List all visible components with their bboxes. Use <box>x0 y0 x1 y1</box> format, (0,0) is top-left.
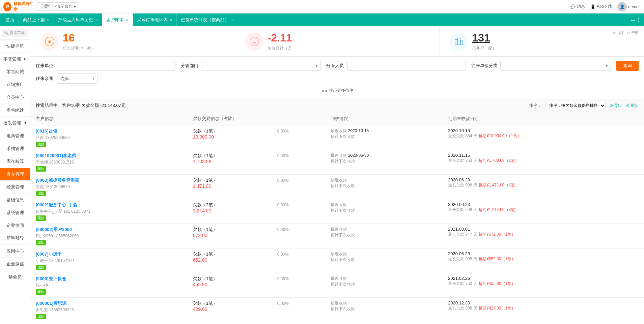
debt-count: 欠款（1笔） <box>193 177 267 183</box>
tab-customer-account[interactable]: 客户账本 ✕ <box>102 13 133 26</box>
next-collection-label: 预计下次收款 <box>331 257 355 262</box>
app-download-button[interactable]: 📱 App下载 <box>590 4 612 9</box>
next-collection-info: 预计下次收款 <box>331 232 437 238</box>
customer-name-link[interactable]: [000001]黄思源 <box>36 300 182 306</box>
debt-amount[interactable]: 1,471.00 <box>193 183 267 189</box>
tab-home-label: 首页 <box>6 17 15 23</box>
overdue-link[interactable]: 超期¥1,214.00（3笔） <box>478 207 519 212</box>
debt-count-cell: 欠款（1笔） 652.00 <box>188 248 272 273</box>
close-icon[interactable]: ✕ <box>126 18 129 22</box>
tab-home[interactable]: 首页 <box>2 13 19 26</box>
maximize-icon[interactable]: ⛶ <box>638 18 642 23</box>
help-button[interactable]: ⊙ 帮助 <box>627 30 639 35</box>
sidebar-item-batch-mgmt[interactable]: 批发管理 ▾ <box>0 117 30 129</box>
customer-name-link[interactable]: [0016]吕俊 <box>36 128 182 134</box>
close-icon[interactable]: ✕ <box>170 18 172 22</box>
sidebar-item-purchase-mgmt[interactable]: 采购管理 <box>0 142 30 155</box>
debt-count: 欠款（1笔） <box>193 227 267 233</box>
filter-row-1: 往来单位 ... 分管部门 ▾ 分管人员 ... <box>36 61 639 71</box>
sidebar-item-retail-stats[interactable]: 零售统计 <box>0 104 30 117</box>
collection-cell: 最近收款 预计下次收款 <box>325 273 443 298</box>
industry-selector[interactable]: 母婴行业演示账套 ▾ <box>37 2 79 11</box>
next-collection-info: 预计下次收款 <box>331 134 437 140</box>
next-collection-info: 预计下次收款 <box>331 208 437 213</box>
overdue-link[interactable]: 超期¥455.90（1笔） <box>478 281 515 286</box>
export-button[interactable]: ⊙ 导出 <box>610 103 622 109</box>
customer-tag: 现款 <box>36 142 46 147</box>
customer-name-link[interactable]: [0003]畅捷服务尹海燕 <box>36 177 182 183</box>
overdue-link[interactable]: 超期¥652.00（1笔） <box>478 257 515 261</box>
table-row: [0006]去下粮仓 陈小帅 现款 欠款（1笔） 455.90 0.00% 最近… <box>30 273 644 298</box>
unit-category-label: 往来单位分类 <box>471 63 498 69</box>
balance-select[interactable]: 选择... ▾ <box>57 73 97 84</box>
tab-production-history[interactable]: 产成品入库单历史 ✕ <box>54 13 102 26</box>
close-icon[interactable]: ✕ <box>231 18 234 22</box>
customer-table: 客户信息 欠款交易信息（占比） 回收情况 到期未收款日期 [0016]吕俊 吕俊… <box>30 112 644 322</box>
sidebar-item-member2[interactable]: 畅会员 <box>0 270 30 283</box>
debt-amount[interactable]: 10,000.00 <box>193 134 267 140</box>
tab-product-status[interactable]: 商品上下架 ✕ <box>19 13 54 26</box>
close-icon[interactable]: ✕ <box>95 18 98 22</box>
sidebar-item-quick-nav[interactable]: 快捷导航 <box>0 40 30 53</box>
debt-count-cell: 欠款（1笔） 429.00 <box>188 298 272 322</box>
collection-cell: 最近收款 预计下次收款 <box>325 175 443 199</box>
customer-name-link[interactable]: [0007]小进千 <box>36 251 182 257</box>
last-collection-label: 最近收款 <box>331 276 347 281</box>
collapse-button[interactable]: ∧∧ 收起更多条件 <box>36 86 639 95</box>
customer-name-link[interactable]: [0002]服务中心_丁磊 <box>36 202 182 208</box>
customer-info-cell: [0001020001]李老师 李老师 18600391516 现款 <box>30 150 188 175</box>
query-button[interactable]: 查询 <box>616 61 639 71</box>
refresh-button[interactable]: ⊙ 刷新 <box>626 103 639 109</box>
close-icon[interactable]: ✕ <box>47 18 50 22</box>
last-collection-date: 2020-10-15 <box>348 128 369 133</box>
video-help-button[interactable]: ⊙ 视频 <box>613 30 624 35</box>
sidebar-item-retail-mgmt[interactable]: 零售管理 ▲ <box>0 53 30 65</box>
debt-amount[interactable]: 652.00 <box>193 257 267 263</box>
debt-amount[interactable]: 455.90 <box>193 282 267 287</box>
sidebar-item-operations[interactable]: 经营管理 <box>0 181 30 194</box>
overdue-link[interactable]: 超期¥1,471.00（1笔） <box>478 183 519 187</box>
sidebar-item-marketing[interactable]: 营销推广 <box>0 78 30 91</box>
overdue-link[interactable]: 超期¥429.00（1笔） <box>478 306 515 311</box>
sidebar-item-retail-store[interactable]: 零售商城 <box>0 65 30 78</box>
search-menu-button[interactable]: 🔍 搜索菜单 <box>2 29 28 37</box>
source-unit-input[interactable]: ... <box>57 61 175 71</box>
next-collection-label: 预计下次收款 <box>331 134 355 139</box>
customer-name-link[interactable]: [000002]用户2050 <box>36 227 182 233</box>
sidebar-item-finance[interactable]: 资金管理 <box>0 168 30 181</box>
sidebar-item-inventory[interactable]: 库存核算 <box>0 155 30 168</box>
debt-amount[interactable]: 1,214.00 <box>193 208 267 213</box>
sidebar-item-ecommerce[interactable]: 电商管理 <box>0 129 30 142</box>
results-actions: 排序： 排序：按欠款金额倒序排序 ⊙ 导出 ⊙ 刷新 <box>529 102 639 109</box>
tab-purchase-stats2[interactable]: 进货单统计表（按商品） ✕ <box>177 13 238 26</box>
sidebar-item-member[interactable]: 会员中心 <box>0 91 30 104</box>
unit-category-input[interactable]: ▾ <box>500 61 611 71</box>
user-avatar-button[interactable]: 👤 demo2 <box>617 2 641 11</box>
minimize-icon[interactable]: — <box>631 18 635 23</box>
sidebar-item-wechat[interactable]: 企业微信 <box>0 258 30 270</box>
overdue-link[interactable]: 超期¥1,703.68（1笔） <box>478 158 519 163</box>
tab-purchase-stats[interactable]: 采购订单统计表 ✕ <box>133 13 177 26</box>
sidebar-item-new-guide[interactable]: 新手引导 <box>0 232 30 245</box>
customer-contact: 小进千 18279152100 <box>36 258 182 264</box>
customer-name-link[interactable]: [0006]去下粮仓 <box>36 276 182 282</box>
sidebar-item-system[interactable]: 系统管理 <box>0 206 30 219</box>
customer-name-link[interactable]: [0001020001]李老师 <box>36 153 182 159</box>
debt-percent: 0.00% <box>277 252 320 257</box>
sidebar-item-enterprise[interactable]: 企业协同 <box>0 219 30 232</box>
sidebar-item-basic-info[interactable]: 基础信息 <box>0 194 30 206</box>
messages-button[interactable]: 💬 消息 <box>570 4 585 9</box>
sort-select[interactable]: 排序：按欠款金额倒序排序 <box>545 102 606 109</box>
debt-amount[interactable]: 1,703.68 <box>193 159 267 164</box>
debt-amount[interactable]: 672.00 <box>193 233 267 238</box>
overdue-link[interactable]: 超期¥672.00（1笔） <box>478 232 515 237</box>
manager-input[interactable]: ... <box>347 61 466 71</box>
customer-info-cell: [0016]吕俊 吕俊 13026203696 现款 <box>30 125 188 150</box>
debt-percent: 0.00% <box>277 276 320 281</box>
debt-amount[interactable]: 429.00 <box>193 306 267 312</box>
sidebar-item-app-center[interactable]: 应用中心 <box>0 245 30 258</box>
overdue-days: 最长欠款 750 天 <box>448 281 478 286</box>
dept-label: 分管部门 <box>181 63 199 69</box>
dept-input[interactable]: ▾ <box>202 61 320 71</box>
overdue-link[interactable]: 超期¥10,000.00（1笔） <box>478 134 521 138</box>
